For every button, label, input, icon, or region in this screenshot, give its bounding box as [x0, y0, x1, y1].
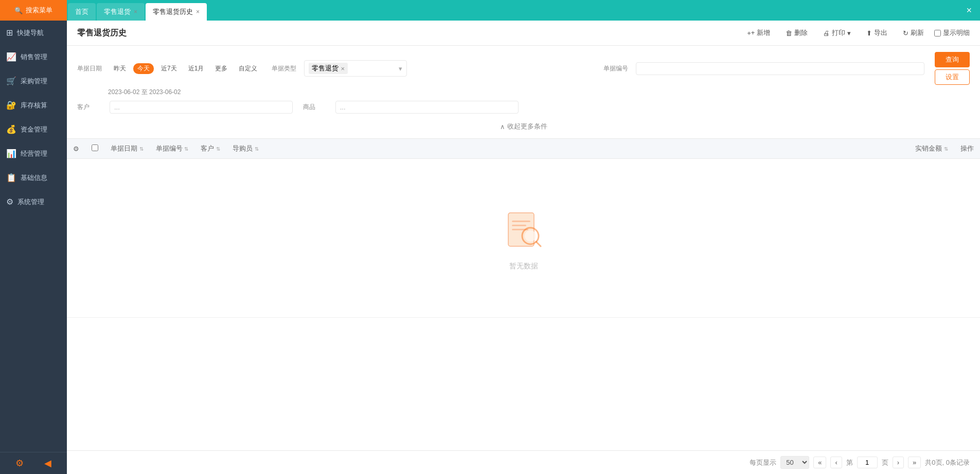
- print-button[interactable]: 🖨 打印 ▾: [818, 26, 856, 40]
- collapse-label: 收起更多条件: [507, 122, 547, 131]
- search-menu-btn[interactable]: 🔍 搜索菜单: [0, 0, 67, 21]
- table-container: ⚙ 单据日期 ⇅ 单据编号 ⇅: [67, 139, 980, 450]
- last-page-btn[interactable]: »: [908, 457, 921, 468]
- empty-text: 暂无数据: [509, 262, 538, 271]
- sidebar-item-quick-nav[interactable]: ⊞ 快捷导航: [0, 21, 67, 45]
- collapse-button[interactable]: ∧ 收起更多条件: [500, 122, 547, 131]
- customer-filter-label: 客户: [77, 103, 105, 112]
- page-unit: 页: [882, 458, 888, 467]
- date-custom-btn[interactable]: 自定义: [235, 63, 261, 74]
- sidebar-item-sales[interactable]: 📈 销售管理: [0, 45, 67, 69]
- th-spacer: [265, 139, 910, 159]
- th-date[interactable]: 单据日期 ⇅: [104, 139, 150, 159]
- goods-selector[interactable]: ...: [335, 101, 519, 114]
- page-size-select[interactable]: 50 100 200: [780, 456, 809, 469]
- print-icon: 🖨: [823, 29, 830, 37]
- sidebar-item-sales-label: 销售管理: [21, 52, 47, 62]
- sidebar-item-system[interactable]: ⚙ 系统管理: [0, 190, 67, 214]
- table-body: 暂无数据: [67, 159, 980, 318]
- date-1month-btn[interactable]: 近1月: [184, 63, 208, 74]
- th-date-label: 单据日期: [111, 144, 137, 152]
- th-voucher-sort: ⇅: [184, 146, 188, 152]
- refresh-icon: ↻: [903, 29, 908, 37]
- query-button[interactable]: 查询: [935, 52, 970, 67]
- inventory-icon: 🔐: [6, 100, 16, 110]
- th-amount[interactable]: 实销金额 ⇅: [909, 139, 954, 159]
- delete-icon: 🗑: [786, 29, 792, 37]
- tab-retail-return-history-label: 零售退货历史: [153, 7, 193, 16]
- voucher-filter-label: 单据编号: [603, 64, 632, 73]
- voucher-input[interactable]: [636, 62, 924, 75]
- type-tag-label: 零售退货: [312, 64, 338, 73]
- tab-retail-return-label: 零售退货: [104, 7, 131, 16]
- data-table: ⚙ 单据日期 ⇅ 单据编号 ⇅: [67, 139, 980, 318]
- page-title: 零售退货历史: [77, 28, 127, 39]
- sidebar-bottom: ⚙ ◀: [0, 452, 67, 474]
- tab-list: 首页 零售退货 × 零售退货历史 ×: [67, 0, 966, 21]
- sidebar-item-operations[interactable]: 📊 经营管理: [0, 141, 67, 166]
- svg-rect-1: [512, 221, 530, 222]
- sidebar-item-basic-info-label: 基础信息: [21, 173, 47, 183]
- display-detail-checkbox[interactable]: 显示明细: [934, 28, 970, 38]
- customer-selector[interactable]: ...: [110, 101, 293, 114]
- prev-page-btn[interactable]: ‹: [830, 457, 842, 468]
- select-all-checkbox[interactable]: [92, 144, 98, 151]
- sidebar-item-finance[interactable]: 💰 资金管理: [0, 117, 67, 141]
- set-button[interactable]: 设置: [935, 69, 970, 85]
- sidebar: ⊞ 快捷导航 📈 销售管理 🛒 采购管理 🔐 库存核算 💰 资金管理 📊 经营管…: [0, 21, 67, 474]
- th-checkbox[interactable]: [85, 139, 104, 159]
- sidebar-item-inventory-label: 库存核算: [21, 101, 47, 110]
- first-page-btn[interactable]: «: [813, 457, 826, 468]
- date-7days-btn[interactable]: 近7天: [157, 63, 181, 74]
- th-date-sort: ⇅: [139, 146, 144, 152]
- window-close-btn[interactable]: ×: [966, 5, 972, 15]
- column-settings-icon[interactable]: ⚙: [73, 145, 79, 153]
- filter-row-1: 单据日期 昨天 今天 近7天 近1月 更多 自定义 单据类型: [77, 52, 970, 85]
- refresh-button[interactable]: ↻ 刷新: [898, 26, 929, 40]
- th-customer[interactable]: 客户 ⇅: [194, 139, 226, 159]
- sidebar-item-basic-info[interactable]: 📋 基础信息: [0, 166, 67, 190]
- export-button[interactable]: ⬆ 导出: [861, 26, 893, 40]
- new-icon: +: [747, 29, 751, 37]
- th-voucher[interactable]: 单据编号 ⇅: [150, 139, 195, 159]
- basic-info-icon: 📋: [6, 173, 16, 183]
- date-more-btn[interactable]: 更多: [211, 63, 231, 74]
- print-dropdown-icon: ▾: [847, 29, 851, 37]
- goods-placeholder: ...: [340, 103, 346, 111]
- sidebar-item-purchase[interactable]: 🛒 采购管理: [0, 69, 67, 93]
- purchase-icon: 🛒: [6, 76, 16, 86]
- sidebar-item-inventory[interactable]: 🔐 库存核算: [0, 93, 67, 117]
- sidebar-item-operations-label: 经营管理: [21, 149, 47, 158]
- type-selector-arrow: ▾: [399, 65, 402, 72]
- date-today-btn[interactable]: 今天: [133, 63, 154, 74]
- header-actions: + + 新增 🗑 删除 🖨 打印 ▾ ⬆ 导出 ↻: [742, 26, 970, 40]
- sidebar-item-system-label: 系统管理: [17, 197, 44, 207]
- tab-retail-return[interactable]: 零售退货 ×: [97, 3, 145, 21]
- system-icon: ⚙: [6, 197, 13, 207]
- collapse-row: ∧ 收起更多条件: [77, 119, 970, 132]
- date-yesterday-btn[interactable]: 昨天: [110, 63, 130, 74]
- tab-retail-return-history-close[interactable]: ×: [196, 8, 200, 15]
- tab-home[interactable]: 首页: [68, 3, 96, 21]
- top-bar-right: ×: [966, 5, 980, 16]
- sidebar-settings-icon[interactable]: ⚙: [15, 458, 24, 469]
- tab-retail-return-history[interactable]: 零售退货历史 ×: [146, 3, 207, 21]
- display-detail-input[interactable]: [934, 30, 941, 37]
- page-input[interactable]: [857, 457, 878, 468]
- sidebar-item-finance-label: 资金管理: [21, 125, 47, 134]
- svg-rect-2: [512, 225, 526, 226]
- th-guide[interactable]: 导购员 ⇅: [226, 139, 265, 159]
- th-settings[interactable]: ⚙: [67, 139, 85, 159]
- delete-button[interactable]: 🗑 删除: [780, 26, 813, 40]
- sales-icon: 📈: [6, 52, 16, 62]
- export-icon: ⬆: [866, 29, 872, 37]
- type-tag: 零售退货 ×: [309, 63, 348, 74]
- sidebar-item-quick-nav-label: 快捷导航: [17, 28, 44, 38]
- new-button[interactable]: + + 新增: [742, 26, 775, 40]
- tab-retail-return-close[interactable]: ×: [134, 8, 137, 15]
- next-page-btn[interactable]: ›: [893, 457, 904, 468]
- type-tag-remove[interactable]: ×: [341, 65, 345, 72]
- sidebar-item-purchase-label: 采购管理: [21, 77, 47, 86]
- type-selector[interactable]: 零售退货 × ▾: [304, 60, 407, 77]
- sidebar-volume-icon[interactable]: ◀: [44, 458, 51, 469]
